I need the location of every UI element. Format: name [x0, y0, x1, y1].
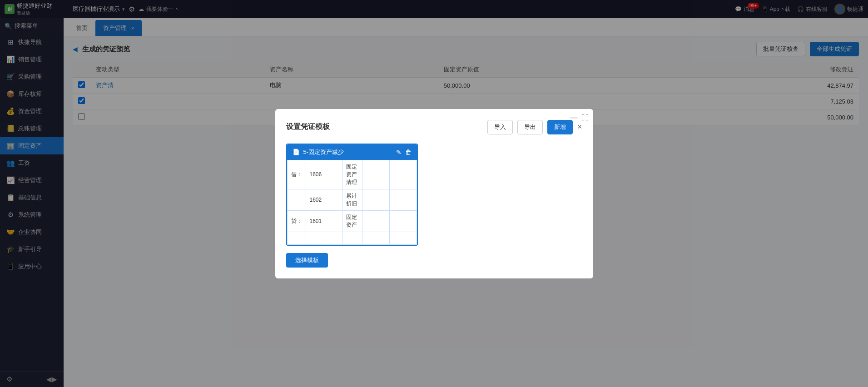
entry-debit-2: [362, 189, 389, 210]
template-entries-table: 借： 1606 固定资产清理 1602 累计折旧: [287, 160, 417, 245]
entry-credit-3: [389, 210, 417, 232]
template-card-header: 📄 5-固定资产减少 ✎ 🗑: [287, 144, 417, 160]
template-edit-icon[interactable]: ✎: [396, 149, 402, 156]
dialog: — ⛶ 设置凭证模板 导入 导出 新增 × 📄 5-固定资产减少 ✎: [275, 109, 593, 278]
template-entry-row: 贷： 1601 固定资产: [287, 210, 417, 232]
dialog-header: 设置凭证模板 导入 导出 新增 ×: [286, 120, 582, 134]
dialog-title: 设置凭证模板: [286, 122, 330, 132]
dialog-body: 📄 5-固定资产减少 ✎ 🗑 借： 1606 固定资产清理: [286, 144, 582, 268]
template-card: 📄 5-固定资产减少 ✎ 🗑 借： 1606 固定资产清理: [286, 144, 418, 246]
import-btn[interactable]: 导入: [487, 120, 513, 134]
dialog-actions: 导入 导出 新增 ×: [487, 120, 582, 134]
template-entry-row: 借： 1606 固定资产清理: [287, 160, 417, 189]
entry-credit-2: [389, 189, 417, 210]
entry-credit-1: [389, 160, 417, 189]
dialog-close-btn[interactable]: ×: [577, 120, 582, 134]
entry-name-3: 固定资产: [342, 210, 362, 232]
entry-dc-2: [287, 189, 306, 210]
template-empty-row: [287, 232, 417, 244]
window-controls: — ⛶: [570, 114, 589, 122]
entry-code-2: 1602: [306, 189, 342, 210]
entry-debit-3: [362, 210, 389, 232]
entry-code-3: 1601: [306, 210, 342, 232]
new-template-btn[interactable]: 新增: [547, 120, 573, 134]
template-card-header-left: 📄 5-固定资产减少: [293, 148, 344, 156]
export-btn[interactable]: 导出: [517, 120, 543, 134]
template-delete-icon[interactable]: 🗑: [405, 149, 412, 156]
entry-dc-3: 贷：: [287, 210, 306, 232]
template-doc-icon: 📄: [293, 149, 300, 155]
dialog-overlay[interactable]: — ⛶ 设置凭证模板 导入 导出 新增 × 📄 5-固定资产减少 ✎: [0, 0, 868, 387]
entry-code-1: 1606: [306, 160, 342, 189]
select-template-btn[interactable]: 选择模板: [286, 253, 328, 268]
template-card-actions: ✎ 🗑: [396, 149, 412, 156]
template-entry-row: 1602 累计折旧: [287, 189, 417, 210]
entry-name-1: 固定资产清理: [342, 160, 362, 189]
entry-dc-1: 借：: [287, 160, 306, 189]
entry-debit-1: [362, 160, 389, 189]
minimize-btn[interactable]: —: [570, 114, 578, 122]
maximize-btn[interactable]: ⛶: [581, 114, 589, 122]
entry-name-2: 累计折旧: [342, 189, 362, 210]
